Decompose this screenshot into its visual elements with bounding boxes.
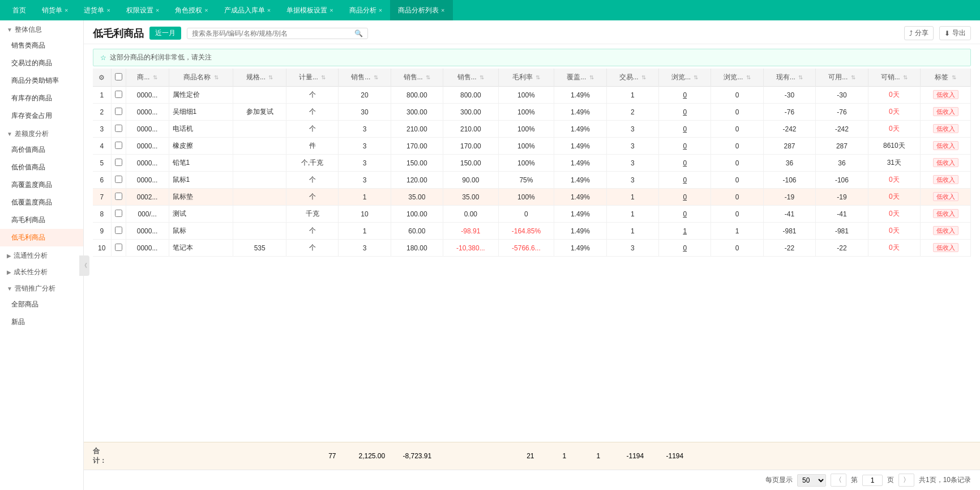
views1-link[interactable]: 0 — [683, 176, 687, 184]
row-checkbox-8[interactable] — [115, 227, 122, 234]
prev-page-btn[interactable]: 〈 — [831, 474, 846, 487]
sidebar-item-traded[interactable]: 交易过的商品 — [0, 54, 83, 72]
share-btn[interactable]: ⤴ 分享 — [904, 26, 934, 40]
col-header-available: 可用... ⇅ — [816, 69, 868, 87]
cell-check[interactable] — [111, 121, 126, 138]
cell-views2: 0 — [711, 121, 763, 138]
cell-check[interactable] — [111, 87, 126, 104]
cell-check[interactable] — [111, 206, 126, 223]
cell-sales-amount: 150.00 — [391, 155, 443, 172]
sidebar-collapse-btn[interactable]: 《 — [79, 255, 89, 276]
sidebar-item-low-value[interactable]: 低价值商品 — [0, 159, 83, 176]
nav-analysis-close[interactable]: × — [379, 7, 382, 14]
nav-sales[interactable]: 销货单 × — [34, 0, 76, 20]
cell-sales-profit: -98.91 — [443, 223, 499, 240]
row-checkbox-9[interactable] — [115, 244, 122, 251]
col-header-check[interactable] — [111, 69, 126, 87]
cell-sales-amount: 100.00 — [391, 206, 443, 223]
views1-link[interactable]: 0 — [683, 108, 687, 116]
nav-roles[interactable]: 角色授权 × — [167, 0, 216, 20]
nav-template-close[interactable]: × — [329, 7, 333, 14]
col-header-saleable: 可销... ⇅ — [868, 69, 920, 87]
nav-template[interactable]: 单据模板设置 × — [279, 0, 341, 20]
nav-permissions[interactable]: 权限设置 × — [118, 0, 167, 20]
sidebar-item-high-margin[interactable]: 高毛利商品 — [0, 211, 83, 229]
sidebar-item-category-rate[interactable]: 商品分类助销率 — [0, 72, 83, 90]
views1-link[interactable]: 0 — [683, 91, 687, 99]
row-checkbox-3[interactable] — [115, 142, 122, 149]
page-number-input[interactable] — [862, 475, 883, 486]
cell-check[interactable] — [111, 104, 126, 121]
cell-saleable: 0天 — [868, 206, 920, 223]
search-input[interactable] — [192, 29, 354, 37]
cell-transactions: 1 — [606, 87, 658, 104]
nav-analysis[interactable]: 商品分析 × — [341, 0, 390, 20]
cell-transactions: 1 — [606, 206, 658, 223]
sidebar-item-new-products[interactable]: 新品 — [0, 313, 83, 331]
sidebar-section-flow[interactable]: ▶ 流通性分析 — [0, 246, 83, 263]
cell-views2: 0 — [711, 240, 763, 257]
sidebar-item-in-stock[interactable]: 有库存的商品 — [0, 90, 83, 107]
row-checkbox-4[interactable] — [115, 159, 122, 166]
sidebar-item-low-coverage[interactable]: 低覆盖度商品 — [0, 194, 83, 211]
cell-code: 0000... — [126, 87, 169, 104]
nav-purchase-close[interactable]: × — [106, 7, 110, 14]
views1-link[interactable]: 0 — [683, 193, 687, 201]
views1-link[interactable]: 0 — [683, 159, 687, 167]
views1-link[interactable]: 0 — [683, 244, 687, 252]
cell-name: 铅笔1 — [169, 155, 233, 172]
col-header-transactions: 交易... ⇅ — [606, 69, 658, 87]
sidebar-item-high-value[interactable]: 高价值商品 — [0, 141, 83, 159]
sidebar-item-low-margin[interactable]: 低毛利商品 — [0, 229, 83, 246]
sidebar-section-growth[interactable]: ▶ 成长性分析 — [0, 263, 83, 279]
col-header-setting[interactable]: ⚙ — [93, 69, 111, 87]
search-icon[interactable]: 🔍 — [354, 29, 363, 37]
row-checkbox-6[interactable] — [115, 193, 122, 200]
filter-btn[interactable]: 近一月 — [149, 27, 181, 40]
row-checkbox-7[interactable] — [115, 210, 122, 217]
cell-transactions: 3 — [606, 155, 658, 172]
nav-home[interactable]: 首页 — [5, 0, 34, 20]
row-checkbox-0[interactable] — [115, 91, 122, 98]
sidebar-item-all-products[interactable]: 全部商品 — [0, 296, 83, 313]
views1-link[interactable]: 0 — [683, 210, 687, 218]
select-all-checkbox[interactable] — [115, 73, 122, 80]
nav-purchase[interactable]: 进货单 × — [76, 0, 118, 20]
row-checkbox-5[interactable] — [115, 176, 122, 183]
nav-analysis-list-close[interactable]: × — [441, 7, 444, 14]
cell-check[interactable] — [111, 223, 126, 240]
next-page-btn[interactable]: 〉 — [898, 474, 914, 487]
notice-icon: ☆ — [100, 54, 106, 62]
cell-check[interactable] — [111, 172, 126, 189]
nav-products-close[interactable]: × — [267, 7, 271, 14]
views1-link[interactable]: 0 — [683, 142, 687, 150]
views1-link[interactable]: 0 — [683, 125, 687, 133]
cell-spec — [233, 155, 286, 172]
cell-check[interactable] — [111, 155, 126, 172]
cell-check[interactable] — [111, 138, 126, 155]
cell-check[interactable] — [111, 189, 126, 206]
sidebar-item-high-coverage[interactable]: 高覆盖度商品 — [0, 176, 83, 194]
export-btn[interactable]: ⬇ 导出 — [939, 26, 971, 40]
per-page-select[interactable]: 50 20 100 — [797, 474, 826, 487]
sidebar-section-overall[interactable]: ▼ 整体信息 — [0, 20, 83, 37]
sidebar-item-capital[interactable]: 库存资金占用 — [0, 107, 83, 125]
sidebar-section-diff[interactable]: ▼ 差额度分析 — [0, 125, 83, 141]
cell-sales-qty: 1 — [339, 223, 391, 240]
row-checkbox-2[interactable] — [115, 125, 122, 132]
cell-coverage: 1.49% — [554, 189, 606, 206]
sidebar-arrow-flow: ▶ — [7, 253, 11, 259]
nav-sales-close[interactable]: × — [65, 7, 68, 14]
views1-link[interactable]: 1 — [683, 227, 687, 235]
nav-permissions-close[interactable]: × — [156, 7, 159, 14]
cell-name: 鼠标垫 — [169, 189, 233, 206]
nav-products[interactable]: 产成品入库单 × — [216, 0, 279, 20]
sidebar-section-marketing[interactable]: ▼ 营销推广分析 — [0, 279, 83, 296]
nav-analysis-list[interactable]: 商品分析列表 × — [390, 0, 452, 20]
nav-roles-close[interactable]: × — [204, 7, 208, 14]
cell-check[interactable] — [111, 240, 126, 257]
cell-sales-amount: 170.00 — [391, 138, 443, 155]
sidebar-item-sales-products[interactable]: 销售类商品 — [0, 37, 83, 54]
header-actions: ⤴ 分享 ⬇ 导出 — [904, 26, 971, 40]
row-checkbox-1[interactable] — [115, 108, 122, 115]
